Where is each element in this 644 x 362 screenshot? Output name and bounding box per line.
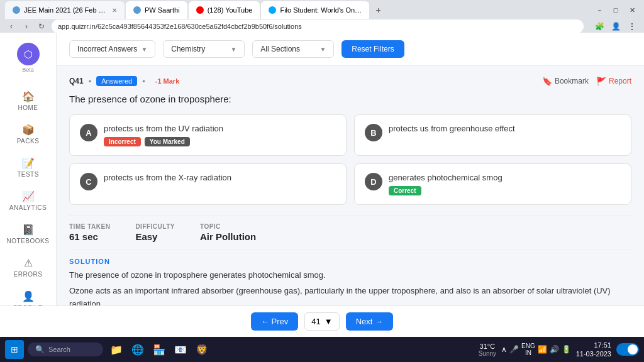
option-a-content: protects us from the UV radiation Incorr… xyxy=(104,124,223,146)
current-page: 41 xyxy=(311,317,320,326)
solution-label: SOLUTION xyxy=(69,258,631,265)
toggle-switch[interactable] xyxy=(616,343,639,356)
weather-widget: 31°C Sunny xyxy=(479,343,496,357)
sections-dropdown[interactable]: All Sections ▼ xyxy=(252,40,334,58)
profile-button[interactable]: 👤 xyxy=(609,19,623,33)
taskbar-store-icon[interactable]: 🏪 xyxy=(150,340,169,359)
new-tab-button[interactable]: + xyxy=(370,3,386,18)
option-b-circle: B xyxy=(365,124,382,141)
tab-1-title: JEE Main 2021 (26 Feb Shift 1) - C xyxy=(24,6,106,14)
taskbar-app-icons: 📁 🌐 🏪 📧 🦁 xyxy=(107,340,211,359)
option-d-card[interactable]: D generates photochemical smog Correct xyxy=(354,163,631,205)
question-meta: Q41 • Answered • -1 Mark 🔖 Bookmark 🚩 Re… xyxy=(69,76,631,86)
page-select[interactable]: 41 ▼ xyxy=(304,312,339,331)
time-taken-stat: TIME TAKEN 61 sec xyxy=(69,223,110,242)
sidebar-label-analytics: ANALYTICS xyxy=(9,204,47,211)
incorrect-answers-dropdown[interactable]: Incorrect Answers ▼ xyxy=(69,40,155,58)
sidebar-item-errors[interactable]: ⚠ ERRORS xyxy=(3,252,53,283)
next-button[interactable]: Next → xyxy=(346,312,393,331)
sidebar-label-tests: TESTS xyxy=(17,171,39,178)
tab-1-close[interactable]: ✕ xyxy=(112,7,117,14)
packs-icon: 📦 xyxy=(22,124,35,136)
report-label: Report xyxy=(609,77,631,85)
option-a-card[interactable]: A protects us from the UV radiation Inco… xyxy=(69,114,347,156)
option-b-text: protects us from greenhouse effect xyxy=(389,124,621,133)
logo-icon: ⬡ xyxy=(17,43,40,65)
bookmark-label: Bookmark xyxy=(555,77,589,85)
chevron-up-icon[interactable]: ∧ xyxy=(501,345,507,354)
system-tray: ∧ 🎤 ENGIN 📶 🔊 🔋 xyxy=(501,343,571,356)
time-display: 17:51 xyxy=(576,341,611,349)
page-select-arrow-icon: ▼ xyxy=(325,317,333,326)
sidebar-label-errors: ERRORS xyxy=(14,271,43,278)
options-grid: A protects us from the UV radiation Inco… xyxy=(69,114,631,205)
battery-icon[interactable]: 🔋 xyxy=(562,345,571,354)
taskbar-brave-icon[interactable]: 🦁 xyxy=(192,340,211,359)
refresh-button[interactable]: ↻ xyxy=(35,20,48,33)
volume-icon[interactable]: 🔊 xyxy=(550,345,559,354)
home-icon: 🏠 xyxy=(22,90,35,102)
extensions-button[interactable]: 🧩 xyxy=(592,19,606,33)
url-bar[interactable]: app.quizrr.in/62c5ca493f85644353f2e168/6… xyxy=(52,19,584,33)
mic-icon[interactable]: 🎤 xyxy=(509,345,519,354)
windows-icon: ⊞ xyxy=(11,344,18,354)
option-d-content: generates photochemical smog Correct xyxy=(389,173,502,195)
tab-4[interactable]: Filo Student: World's Only Live Instan..… xyxy=(261,1,369,19)
sidebar-logo: ⬡ Beta xyxy=(17,43,40,73)
difficulty-label: DIFFICULTY xyxy=(135,223,175,230)
reset-filters-button[interactable]: Reset Filters xyxy=(341,40,404,58)
forward-button[interactable]: › xyxy=(20,20,33,33)
option-d-badges: Correct xyxy=(389,186,502,195)
errors-icon: ⚠ xyxy=(24,257,33,269)
topic-stat: TOPIC Air Pollution xyxy=(200,223,256,242)
option-c-text: protects us from the X-ray radiation xyxy=(104,173,336,182)
close-button[interactable]: ✕ xyxy=(625,3,639,17)
address-bar: ‹ › ↻ app.quizrr.in/62c5ca493f85644353f2… xyxy=(0,20,644,33)
taskbar-browser-icon[interactable]: 🌐 xyxy=(128,340,147,359)
tab-1[interactable]: JEE Main 2021 (26 Feb Shift 1) - C ✕ xyxy=(5,1,125,19)
option-a-text: protects us from the UV radiation xyxy=(104,124,223,133)
sidebar-item-tests[interactable]: 📝 TESTS xyxy=(3,152,53,183)
topic-label: TOPIC xyxy=(200,223,256,230)
language-indicator: ENGIN xyxy=(521,343,535,356)
chemistry-label: Chemistry xyxy=(171,45,226,53)
prev-button[interactable]: ← Prev xyxy=(251,312,298,331)
sidebar-item-packs[interactable]: 📦 PACKS xyxy=(3,119,53,150)
maximize-button[interactable]: □ xyxy=(609,3,623,17)
back-button[interactable]: ‹ xyxy=(5,20,18,33)
filter-bar: Incorrect Answers ▼ Chemistry ▼ All Sect… xyxy=(57,33,644,66)
option-c-card[interactable]: C protects us from the X-ray radiation xyxy=(69,163,347,205)
taskbar-right: 31°C Sunny ∧ 🎤 ENGIN 📶 🔊 🔋 17:51 11-03-2… xyxy=(479,341,639,359)
sidebar-item-notebooks[interactable]: 📓 NOTEBOOKS xyxy=(3,219,53,250)
bookmark-action[interactable]: 🔖 Bookmark xyxy=(542,77,589,86)
taskbar-files-icon[interactable]: 📁 xyxy=(107,340,126,359)
dropdown1-arrow-icon: ▼ xyxy=(141,46,147,53)
question-section: Q41 • Answered • -1 Mark 🔖 Bookmark 🚩 Re… xyxy=(57,66,644,323)
wifi-icon[interactable]: 📶 xyxy=(538,345,547,354)
mark-badge: -1 Mark xyxy=(150,76,185,86)
date-display: 11-03-2023 xyxy=(576,349,611,358)
tab-3[interactable]: (128) YouTube xyxy=(189,1,260,19)
option-d-circle: D xyxy=(365,173,382,190)
menu-button[interactable]: ⋮ xyxy=(625,19,639,33)
sidebar-item-analytics[interactable]: 📈 ANALYTICS xyxy=(3,185,53,216)
taskbar-clock[interactable]: 17:51 11-03-2023 xyxy=(576,341,611,359)
option-b-card[interactable]: B protects us from greenhouse effect xyxy=(354,114,631,156)
time-taken-value: 61 sec xyxy=(69,231,110,242)
sidebar-item-home[interactable]: 🏠 HOME xyxy=(3,85,53,116)
report-action[interactable]: 🚩 Report xyxy=(596,77,631,86)
stats-row: TIME TAKEN 61 sec DIFFICULTY Easy TOPIC … xyxy=(69,215,631,250)
tab-3-title: (128) YouTube xyxy=(208,6,253,14)
start-button[interactable]: ⊞ xyxy=(5,340,24,359)
toggle-dot xyxy=(628,344,638,354)
taskbar-search[interactable]: 🔍 Search xyxy=(28,343,103,356)
you-marked-badge: You Marked xyxy=(145,137,190,146)
tab-4-title: Filo Student: World's Only Live Instan..… xyxy=(280,6,362,14)
taskbar-mail-icon[interactable]: 📧 xyxy=(171,340,190,359)
chemistry-dropdown[interactable]: Chemistry ▼ xyxy=(163,40,245,58)
sidebar: ⬡ Beta 🏠 HOME 📦 PACKS 📝 TESTS 📈 ANALYTIC… xyxy=(0,33,57,337)
tab-2[interactable]: PW Saarthi xyxy=(126,1,187,19)
tab-1-icon xyxy=(13,6,20,14)
topic-value: Air Pollution xyxy=(200,231,256,242)
minimize-button[interactable]: － xyxy=(592,3,606,17)
